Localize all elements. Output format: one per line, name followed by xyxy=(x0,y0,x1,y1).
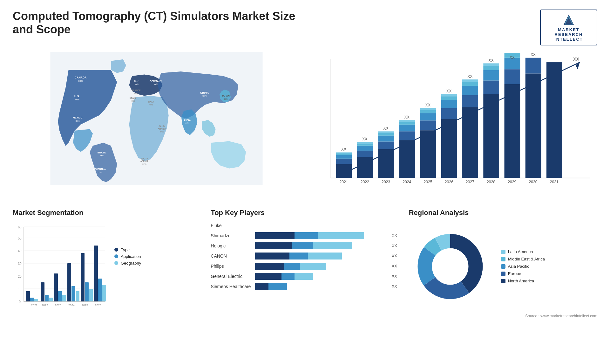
legend-type: Type xyxy=(114,247,141,252)
regional-legend: Latin America Middle East & Africa Asia … xyxy=(501,249,545,283)
svg-text:2022: 2022 xyxy=(361,180,369,184)
svg-rect-144 xyxy=(94,246,98,301)
svg-text:xx%: xx% xyxy=(131,100,135,102)
legend-north-america: North America xyxy=(501,279,545,283)
svg-rect-47 xyxy=(357,151,373,157)
svg-rect-92 xyxy=(483,63,499,66)
svg-text:INDIA: INDIA xyxy=(184,119,191,122)
svg-text:2024: 2024 xyxy=(68,304,75,307)
svg-rect-64 xyxy=(399,120,415,122)
list-item: Shimadzu XX xyxy=(211,232,399,239)
player-xx: XX xyxy=(392,243,399,248)
svg-text:xx%: xx% xyxy=(134,92,138,95)
segmentation-legend: Type Application Geography xyxy=(114,247,141,266)
svg-rect-48 xyxy=(357,146,373,151)
svg-text:xx%: xx% xyxy=(100,154,104,157)
players-title: Top Key Players xyxy=(211,209,399,217)
svg-text:U.K.: U.K. xyxy=(134,80,139,83)
svg-rect-130 xyxy=(49,298,53,301)
svg-rect-91 xyxy=(483,66,499,70)
type-label: Type xyxy=(121,247,130,252)
asia-label: Asia Pacific xyxy=(508,264,529,269)
svg-rect-49 xyxy=(357,144,373,146)
europe-label: Europe xyxy=(508,271,521,276)
bar-light xyxy=(300,263,326,270)
player-name: General Electric xyxy=(211,274,252,279)
svg-text:xx%: xx% xyxy=(76,120,80,122)
list-item: General Electric XX xyxy=(211,273,399,280)
svg-rect-46 xyxy=(357,157,373,178)
legend-europe: Europe xyxy=(501,271,545,276)
svg-rect-43 xyxy=(336,152,352,153)
svg-rect-137 xyxy=(71,286,75,301)
bar-mid xyxy=(292,242,313,249)
segmentation-chart: 0 10 20 30 40 50 60 xyxy=(13,222,108,317)
bar-light xyxy=(295,273,313,280)
bar-mid xyxy=(284,263,300,270)
svg-text:XX: XX xyxy=(404,115,410,119)
segmentation-section: Market Segmentation 0 10 20 30 40 50 60 xyxy=(13,209,201,319)
svg-text:2028: 2028 xyxy=(487,180,495,184)
bar-light xyxy=(308,253,342,260)
donut-chart xyxy=(409,225,491,308)
player-bar xyxy=(255,283,386,290)
svg-text:2027: 2027 xyxy=(466,180,474,184)
svg-rect-101 xyxy=(525,73,541,178)
svg-text:2024: 2024 xyxy=(403,180,411,184)
player-bar xyxy=(255,242,386,249)
page-title: Computed Tomography (CT) Simulators Mark… xyxy=(13,10,299,36)
player-xx: XX xyxy=(392,253,399,258)
svg-text:XX: XX xyxy=(467,74,472,79)
bar-dark xyxy=(255,242,292,249)
svg-rect-83 xyxy=(462,86,478,95)
player-xx: XX xyxy=(392,274,399,279)
svg-rect-71 xyxy=(420,108,436,110)
svg-text:xx%: xx% xyxy=(142,163,146,165)
svg-text:XX: XX xyxy=(383,126,388,131)
svg-text:XX: XX xyxy=(510,55,515,60)
svg-text:2026: 2026 xyxy=(95,304,101,307)
list-item: Philips XX xyxy=(211,263,399,270)
svg-rect-124 xyxy=(26,291,30,301)
segmentation-title: Market Segmentation xyxy=(13,209,201,217)
mea-color xyxy=(501,257,505,261)
svg-text:60: 60 xyxy=(18,226,22,229)
svg-rect-136 xyxy=(67,263,71,301)
svg-rect-105 xyxy=(546,62,562,178)
svg-text:2021: 2021 xyxy=(31,304,37,307)
svg-rect-69 xyxy=(420,113,436,120)
svg-rect-41 xyxy=(336,155,352,159)
svg-text:XX: XX xyxy=(446,89,451,93)
bar-mid xyxy=(268,283,287,290)
svg-text:SOUTH: SOUTH xyxy=(141,158,148,160)
svg-text:CHINA: CHINA xyxy=(200,91,209,94)
svg-rect-89 xyxy=(483,80,499,94)
player-name: Philips xyxy=(211,264,252,269)
svg-text:2025: 2025 xyxy=(424,180,432,184)
bar-mid xyxy=(289,253,308,260)
svg-text:XX: XX xyxy=(341,147,346,152)
svg-rect-125 xyxy=(30,298,34,301)
svg-text:30: 30 xyxy=(18,262,22,266)
svg-rect-138 xyxy=(76,291,79,301)
source-text: Source : www.marketresearchintellect.com xyxy=(525,314,597,318)
player-name: Shimadzu xyxy=(211,233,252,238)
players-section: Top Key Players Fluke Shimadzu XX xyxy=(211,209,399,319)
svg-text:50: 50 xyxy=(18,237,22,240)
player-name: Siemens Healthcare xyxy=(211,284,252,289)
logo-icon xyxy=(562,13,575,26)
svg-rect-57 xyxy=(378,131,394,133)
svg-text:GERMANY: GERMANY xyxy=(150,80,162,83)
player-name: Hologic xyxy=(211,243,252,248)
svg-rect-67 xyxy=(420,130,436,178)
north-america-label: North America xyxy=(508,279,534,283)
svg-rect-78 xyxy=(441,94,457,97)
svg-text:JAPAN: JAPAN xyxy=(221,94,229,97)
svg-text:XX: XX xyxy=(488,58,493,63)
svg-text:2031: 2031 xyxy=(550,180,559,184)
svg-rect-142 xyxy=(89,289,93,301)
bar-light xyxy=(318,232,364,239)
svg-rect-54 xyxy=(378,142,394,149)
svg-text:20: 20 xyxy=(18,275,22,278)
bottom-grid: Market Segmentation 0 10 20 30 40 50 60 xyxy=(13,209,597,319)
